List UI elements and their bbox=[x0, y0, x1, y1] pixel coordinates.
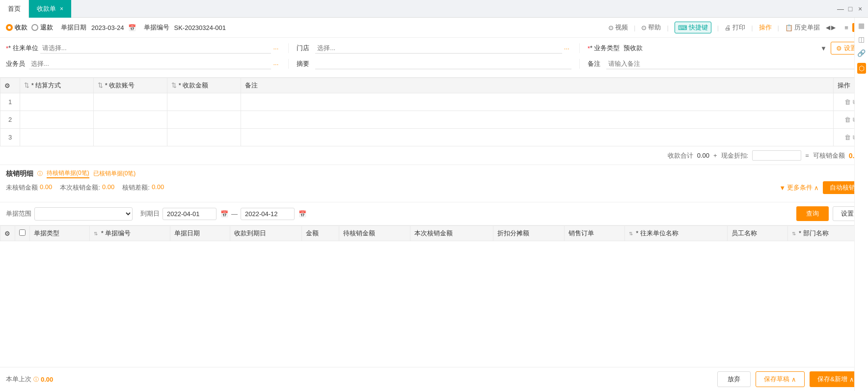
due-date-label: 到期日 bbox=[140, 209, 160, 218]
operations-label: 操作 bbox=[759, 23, 772, 32]
col-checkbox[interactable] bbox=[15, 226, 30, 241]
row-2-note[interactable] bbox=[241, 111, 834, 129]
number-label: 单据编号 bbox=[144, 23, 169, 32]
row-3-note[interactable] bbox=[241, 129, 834, 146]
lower-settings-icon[interactable]: ⚙ bbox=[4, 230, 10, 237]
video-btn[interactable]: ⊙ 视频 bbox=[608, 23, 628, 32]
table-settings-icon[interactable]: ⚙ bbox=[4, 82, 10, 89]
col-type-header: 单据类型 bbox=[30, 226, 90, 241]
current-cancel-label: 本次核销金额: bbox=[60, 183, 100, 192]
store-more-btn[interactable]: ··· bbox=[562, 45, 571, 52]
help-icon: ⊙ bbox=[641, 24, 647, 31]
current-cancel-stat: 本次核销金额: 0.00 bbox=[60, 183, 114, 192]
col-pending-header: 待核销金额 bbox=[339, 226, 410, 241]
refund-radio[interactable]: 退款 bbox=[31, 23, 53, 32]
verif-header: 核销明细 ⓘ 待核销单据(0笔) 已核销单据(0笔) bbox=[6, 169, 862, 178]
receipt-radio[interactable]: 收款 bbox=[6, 23, 27, 32]
staff-more-btn[interactable]: ··· bbox=[271, 60, 280, 68]
range-select-wrap bbox=[34, 207, 133, 221]
summary-field: 摘要 bbox=[297, 58, 571, 69]
due-date-field: 到期日 📅 — 📅 bbox=[140, 208, 306, 220]
biz-label: * 业务类型 bbox=[590, 44, 620, 53]
sort-icon2: ⇅ bbox=[98, 82, 103, 89]
row-1-settlement[interactable] bbox=[20, 93, 94, 111]
staff-input[interactable] bbox=[29, 58, 271, 69]
row-2-amount[interactable] bbox=[167, 111, 241, 129]
abandon-btn[interactable]: 放弃 bbox=[717, 371, 751, 387]
row-3-amount[interactable] bbox=[167, 129, 241, 146]
counterpart-more-btn[interactable]: ··· bbox=[271, 45, 280, 52]
summary-input[interactable] bbox=[315, 58, 571, 69]
form-row-2: 业务员 ··· 摘要 备注 bbox=[6, 58, 862, 69]
range-select[interactable] bbox=[34, 207, 133, 221]
select-all-checkbox[interactable] bbox=[19, 229, 26, 236]
home-tab-label: 首页 bbox=[8, 4, 21, 13]
table-body: 1 🗑 ⧉ 2 bbox=[0, 93, 868, 146]
row-1-note[interactable] bbox=[241, 93, 834, 111]
row-3-num: 3 bbox=[0, 129, 20, 146]
biz-type-dropdown-icon[interactable]: ▼ bbox=[820, 45, 827, 52]
tab-home[interactable]: 首页 bbox=[0, 0, 29, 18]
list-view-btn[interactable]: ≡ bbox=[841, 23, 851, 32]
shortcut-btn[interactable]: ⌨ 快捷键 bbox=[675, 22, 711, 33]
history-btn[interactable]: 📋 历史单据 bbox=[785, 23, 820, 32]
row-1-account[interactable] bbox=[94, 93, 167, 111]
note-field: 备注 bbox=[588, 58, 862, 69]
store-input[interactable] bbox=[315, 43, 562, 54]
tab-pending[interactable]: 待核销单据(0笔) bbox=[47, 169, 89, 178]
calendar-icon[interactable]: 📅 bbox=[128, 24, 136, 31]
sidebar-icon-2[interactable]: ◫ bbox=[858, 35, 865, 43]
history-icon: 📋 bbox=[785, 24, 793, 31]
col-date-header: 单据日期 bbox=[170, 226, 230, 241]
close-button[interactable]: × bbox=[856, 5, 864, 13]
prev-arrow[interactable]: ◀ bbox=[826, 24, 830, 31]
row-2-delete-icon[interactable]: 🗑 bbox=[844, 116, 851, 124]
tab-bar: 首页 收款单 × — □ × bbox=[0, 0, 868, 18]
draft-btn[interactable]: 保存草稿 ∧ bbox=[756, 371, 805, 387]
operations-btn[interactable]: 操作 bbox=[759, 23, 772, 32]
counterpart-input[interactable] bbox=[40, 43, 271, 54]
row-3-settlement[interactable] bbox=[20, 129, 94, 146]
diff-value: 0.00 bbox=[152, 183, 164, 192]
row-1-delete-icon[interactable]: 🗑 bbox=[844, 98, 851, 106]
help-btn[interactable]: ⊙ 帮助 bbox=[641, 23, 661, 32]
table-row: 1 🗑 ⧉ bbox=[0, 93, 868, 111]
biz-type-field: * * 业务类型 预收款 ▼ ⚙ 设置 bbox=[588, 42, 862, 55]
active-tab-label: 收款单 bbox=[37, 4, 56, 13]
date-from-input[interactable] bbox=[163, 208, 217, 220]
row-3-account[interactable] bbox=[94, 129, 167, 146]
sidebar-icon-3[interactable]: 🔗 bbox=[857, 49, 866, 57]
more-conditions-btn[interactable]: ▼ 更多条件 ∧ bbox=[779, 183, 819, 192]
row-3-delete-icon[interactable]: 🗑 bbox=[844, 134, 851, 141]
col-settings-header[interactable]: ⚙ bbox=[0, 78, 20, 93]
sidebar-icon-1[interactable]: ▦ bbox=[858, 22, 865, 29]
upper-table-area: ⚙ ⇅ * 结算方式 ⇅ * 收款账号 ⇅ * 收款金额 bbox=[0, 78, 868, 146]
verif-info-icon[interactable]: ⓘ bbox=[37, 170, 43, 177]
maximize-button[interactable]: □ bbox=[846, 5, 854, 13]
sidebar-icon-4[interactable]: ⬡ bbox=[857, 63, 866, 74]
auto-cancel-label: 自动核销 bbox=[830, 184, 855, 191]
col-amount-header-lower: 金额 bbox=[301, 226, 339, 241]
row-1-amount[interactable] bbox=[167, 93, 241, 111]
tab-close-icon[interactable]: × bbox=[60, 5, 63, 12]
divider-2 bbox=[579, 43, 580, 53]
print-btn[interactable]: 🖨 打印 bbox=[725, 23, 745, 32]
minimize-button[interactable]: — bbox=[837, 5, 844, 13]
next-arrow[interactable]: ▶ bbox=[831, 24, 836, 31]
calendar-from-icon[interactable]: 📅 bbox=[220, 210, 228, 218]
discount-input[interactable] bbox=[752, 150, 801, 161]
table-row: 3 🗑 ⧉ bbox=[0, 129, 868, 146]
col-settings-lower[interactable]: ⚙ bbox=[0, 226, 15, 241]
calendar-to-icon[interactable]: 📅 bbox=[298, 210, 306, 218]
note-input[interactable] bbox=[606, 58, 862, 69]
tab-active[interactable]: 收款单 × bbox=[29, 0, 71, 18]
date-to-input[interactable] bbox=[241, 208, 295, 220]
footer-info-icon[interactable]: ⓘ bbox=[33, 376, 39, 383]
radio-inner bbox=[8, 26, 11, 29]
row-2-account[interactable] bbox=[94, 111, 167, 129]
row-2-settlement[interactable] bbox=[20, 111, 94, 129]
tab-done[interactable]: 已核销单据(0笔) bbox=[93, 169, 136, 178]
sort-icon: ⇅ bbox=[24, 82, 29, 89]
query-btn[interactable]: 查询 bbox=[796, 206, 829, 221]
date-field: 单据日期 2023-03-24 📅 bbox=[61, 23, 136, 32]
